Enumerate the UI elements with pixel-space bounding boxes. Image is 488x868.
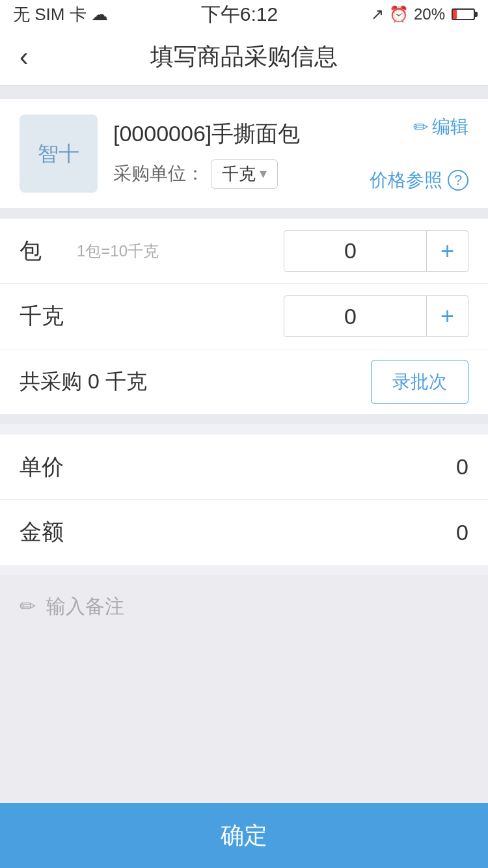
product-edit-button[interactable]: ✏ 编辑 bbox=[413, 115, 468, 139]
section-divider-1 bbox=[0, 208, 488, 219]
status-left: 无 SIM 卡 ☁ bbox=[13, 3, 108, 26]
price-value-unit: 0 bbox=[456, 454, 468, 480]
price-ref-button[interactable]: 价格参照 ? bbox=[370, 168, 468, 193]
product-image: 智十 bbox=[20, 115, 98, 193]
remark-icon: ✏ bbox=[20, 595, 36, 617]
remark-placeholder: 输入备注 bbox=[46, 593, 124, 620]
price-ref-label: 价格参照 bbox=[370, 168, 442, 193]
price-row-unit: 单价 0 bbox=[0, 435, 488, 500]
alarm-icon: ⏰ bbox=[389, 5, 409, 23]
battery-icon bbox=[452, 8, 475, 20]
status-right: ↗ ⏰ 20% bbox=[371, 5, 475, 23]
remark-section[interactable]: ✏ 输入备注 bbox=[0, 575, 488, 835]
nav-bar: ‹ 填写商品采购信息 bbox=[0, 29, 488, 86]
top-divider bbox=[0, 86, 488, 99]
summary-row: 共采购 0 千克 录批次 bbox=[0, 349, 488, 414]
confirm-button[interactable]: 确定 bbox=[0, 803, 488, 868]
confirm-text: 确定 bbox=[221, 820, 267, 852]
unit-dropdown-arrow: ▾ bbox=[260, 165, 267, 182]
edit-label: 编辑 bbox=[432, 115, 468, 139]
input-label-kg: 千克 bbox=[20, 301, 72, 331]
location-icon: ↗ bbox=[371, 5, 384, 23]
plus-button-bao[interactable]: + bbox=[427, 230, 468, 272]
status-time: 下午6:12 bbox=[201, 1, 278, 28]
input-row-kg: 千克 + bbox=[0, 284, 488, 349]
input-sublabel-bao: 1包=10千克 bbox=[77, 241, 159, 262]
summary-text: 共采购 0 千克 bbox=[20, 368, 147, 396]
number-input-bao[interactable] bbox=[284, 230, 427, 272]
price-value-amount: 0 bbox=[456, 520, 468, 545]
status-bar: 无 SIM 卡 ☁ 下午6:12 ↗ ⏰ 20% bbox=[0, 0, 488, 29]
unit-label: 采购单位： bbox=[113, 161, 204, 186]
unit-selector[interactable]: 千克 ▾ bbox=[211, 159, 278, 189]
back-button[interactable]: ‹ bbox=[0, 42, 47, 72]
unit-value: 千克 bbox=[222, 163, 256, 185]
number-input-kg[interactable] bbox=[284, 295, 427, 337]
input-controls-bao: + bbox=[284, 230, 468, 272]
page-title: 填写商品采购信息 bbox=[150, 41, 338, 73]
input-row-bao: 包 1包=10千克 + bbox=[0, 219, 488, 284]
input-controls-kg: + bbox=[284, 295, 468, 337]
price-label-amount: 金额 bbox=[20, 517, 64, 547]
batch-button[interactable]: 录批次 bbox=[371, 360, 468, 404]
battery-percent: 20% bbox=[414, 5, 445, 23]
input-section: 包 1包=10千克 + 千克 + bbox=[0, 219, 488, 349]
price-label-unit: 单价 bbox=[20, 452, 64, 482]
price-ref-help-icon[interactable]: ? bbox=[448, 170, 468, 191]
price-row-amount: 金额 0 bbox=[0, 500, 488, 565]
edit-icon: ✏ bbox=[413, 116, 428, 138]
plus-button-kg[interactable]: + bbox=[427, 295, 468, 337]
section-divider-2 bbox=[0, 414, 488, 424]
product-card: 智十 [0000006]手撕面包 采购单位： 千克 ▾ ✏ 编辑 价格参照 ? bbox=[0, 99, 488, 208]
input-label-bao: 包 bbox=[20, 236, 72, 266]
price-section: 单价 0 金额 0 bbox=[0, 435, 488, 565]
product-logo: 智十 bbox=[38, 141, 79, 166]
